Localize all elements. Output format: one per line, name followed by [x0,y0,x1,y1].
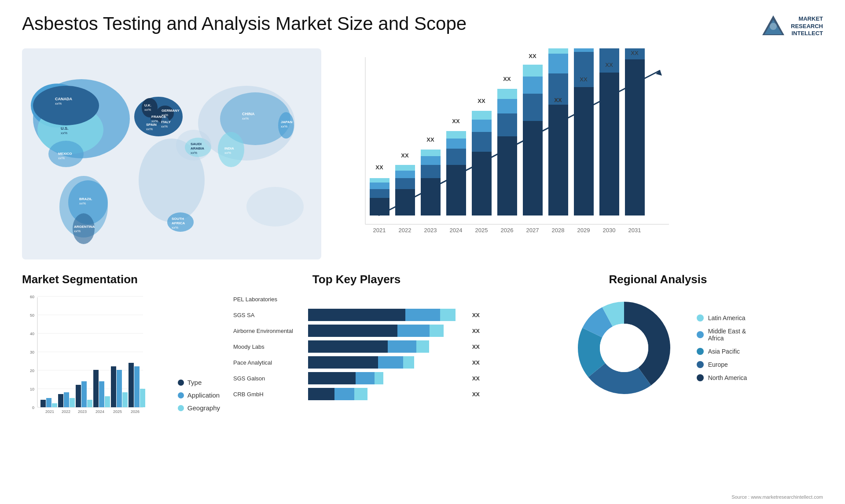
svg-text:XX: XX [426,136,434,143]
svg-text:2026: 2026 [501,227,514,234]
svg-rect-102 [523,65,543,77]
bar-chart-section: XX 2021 XX 2022 XX 2023 [334,48,823,259]
svg-text:U.S.: U.S. [61,126,69,131]
svg-rect-63 [370,198,389,215]
svg-text:2021: 2021 [373,227,386,234]
svg-point-26 [246,187,304,226]
reg-dot-asia-pacific [697,348,704,355]
player-bar-pel [308,293,480,305]
regional-content: Latin America Middle East &Africa Asia P… [493,293,823,403]
svg-rect-88 [472,132,492,152]
svg-text:XX: XX [375,164,383,171]
player-row-pace: Pace Analytical XX [233,356,480,369]
svg-rect-108 [548,48,568,54]
svg-text:2030: 2030 [603,227,616,234]
page-container: Asbestos Testing and Analysis Market Siz… [0,0,845,504]
svg-rect-84 [446,131,466,139]
svg-rect-69 [395,189,415,215]
reg-legend-europe: Europe [697,361,747,368]
svg-text:2028: 2028 [552,227,565,234]
svg-point-8 [33,86,99,125]
svg-rect-150 [87,400,92,407]
seg-legend: Type Application Geography [178,379,220,425]
svg-text:xx%: xx% [242,117,249,121]
svg-text:XX: XX [605,62,613,68]
reg-legend-latin-america: Latin America [697,314,747,321]
svg-rect-82 [446,149,466,165]
svg-rect-161 [134,366,140,407]
players-section: Top Key Players PEL Laboratories SGS SA [233,273,480,440]
legend-application: Application [178,391,220,399]
player-row-moody: Moody Labs XX [233,340,480,353]
svg-rect-111 [574,87,594,215]
reg-legend-north-america: North America [697,374,747,381]
svg-text:40: 40 [30,332,34,336]
player-row-sgs-galson: SGS Galson XX [233,372,480,384]
svg-rect-149 [81,381,87,407]
svg-rect-152 [93,370,99,407]
svg-rect-113 [574,48,594,52]
player-value-sgs-galson: XX [472,375,480,382]
svg-text:xx%: xx% [58,156,65,160]
reg-label-europe: Europe [708,361,728,368]
svg-rect-72 [395,165,415,171]
player-name-pel: PEL Laboratories [233,296,304,303]
svg-text:xx%: xx% [55,102,62,106]
svg-rect-105 [548,105,568,215]
legend-label-geography: Geography [187,404,220,412]
svg-rect-95 [497,99,517,113]
svg-rect-90 [472,111,492,120]
svg-rect-75 [421,178,441,215]
world-map: CANADA xx% U.S. xx% MEXICO xx% BRAZIL xx… [22,48,321,259]
svg-text:MEXICO: MEXICO [58,152,72,156]
donut-svg [569,293,679,403]
seg-content: 0 10 20 30 40 50 60 [22,293,220,425]
svg-text:AFRICA: AFRICA [172,221,185,225]
svg-text:ARGENTINA: ARGENTINA [74,225,95,229]
legend-type: Type [178,379,220,386]
segmentation-title: Market Segmentation [22,273,220,286]
svg-text:JAPAN: JAPAN [281,120,293,124]
player-row-sgs: SGS SA XX [233,309,480,321]
svg-text:0: 0 [32,405,34,410]
donut-chart [569,293,679,403]
legend-dot-type [178,380,184,386]
svg-text:2024: 2024 [450,227,463,234]
player-row-pel: PEL Laboratories [233,293,480,305]
svg-text:GERMANY: GERMANY [162,109,180,113]
svg-rect-71 [395,171,415,178]
player-name-pace: Pace Analytical [233,359,304,366]
svg-text:SPAIN: SPAIN [146,123,157,127]
svg-rect-76 [421,165,441,178]
reg-dot-mea [697,331,704,338]
player-name-sgs: SGS SA [233,312,304,318]
reg-label-north-america: North America [708,374,747,381]
player-value-moody: XX [472,343,480,350]
svg-text:xx%: xx% [144,108,151,112]
page-title: Asbestos Testing and Analysis Market Siz… [22,13,467,34]
svg-text:xx%: xx% [281,124,287,128]
svg-text:xx%: xx% [161,124,168,128]
svg-rect-146 [70,398,75,407]
svg-rect-144 [58,394,63,407]
legend-geography: Geography [178,404,220,412]
svg-rect-107 [548,54,568,73]
svg-text:20: 20 [30,369,34,373]
player-bar-airborne [308,325,465,337]
svg-rect-154 [105,396,110,407]
svg-text:2026: 2026 [131,409,140,414]
svg-rect-140 [40,400,46,407]
svg-text:BRAZIL: BRAZIL [79,197,92,201]
reg-dot-europe [697,361,704,368]
players-title: Top Key Players [233,273,480,286]
svg-text:10: 10 [30,387,34,391]
reg-label-asia-pacific: Asia Pacific [708,348,740,355]
top-row: CANADA xx% U.S. xx% MEXICO xx% BRAZIL xx… [22,48,823,259]
player-row-crb: CRB GmbH XX [233,388,480,400]
svg-rect-158 [122,392,128,407]
svg-text:XX: XX [631,50,639,56]
svg-text:XX: XX [503,76,511,82]
svg-rect-148 [76,385,81,407]
svg-rect-96 [497,89,517,99]
svg-text:xx%: xx% [74,229,81,233]
